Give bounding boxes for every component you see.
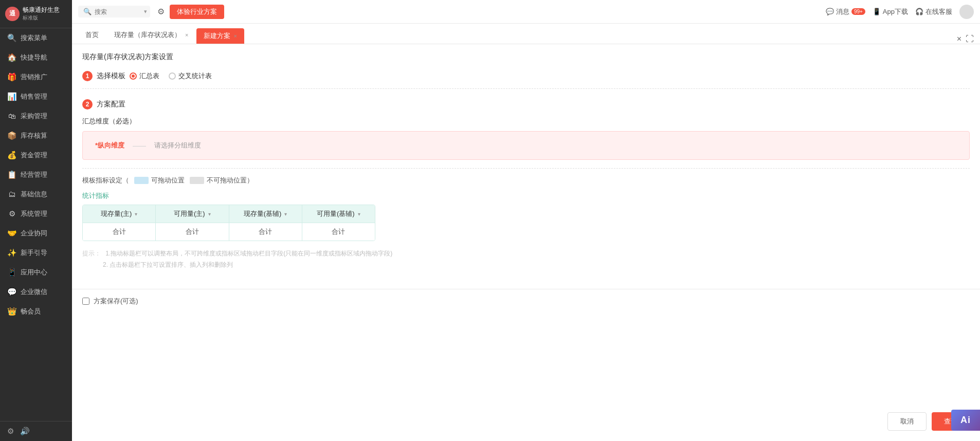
page-title: 现存量(库存状况表)方案设置	[82, 52, 970, 62]
stats-table-header: 现存量(主) ▾ 可用量(主) ▾ 现存量(基辅) ▾ 可用量(基辅)	[83, 205, 375, 223]
sidebar-item-guide[interactable]: ✨ 新手引导	[0, 243, 72, 263]
messages-label: 消息	[836, 7, 849, 16]
dropdown-icon[interactable]: ▾	[144, 8, 147, 15]
sidebar-item-cooperation[interactable]: 🤝 企业协同	[0, 224, 72, 243]
sidebar-item-label: 企业微信	[21, 287, 47, 297]
indicators-label-prefix: 模板指标设定（	[82, 176, 129, 185]
tab-inventory-close[interactable]: ×	[185, 32, 188, 38]
sidebar-item-sales[interactable]: 📊 销售管理	[0, 87, 72, 106]
sidebar-item-shortcut[interactable]: 🏠 快捷导航	[0, 48, 72, 67]
sidebar-item-operation[interactable]: 📋 经营管理	[0, 165, 72, 185]
topbar-gear-icon[interactable]: ⚙	[157, 7, 165, 16]
gift-icon: 🎁	[7, 72, 16, 82]
headset-icon: 🎧	[915, 8, 923, 15]
topbar-search-container: 🔍 ▾	[78, 6, 150, 17]
stats-col-2-header[interactable]: 可用量(主) ▾	[156, 205, 229, 223]
sidebar-item-search[interactable]: 🔍 搜索菜单	[0, 28, 72, 48]
stats-col-3-header[interactable]: 现存量(基辅) ▾	[229, 205, 302, 223]
sidebar-item-appstore[interactable]: 📱 应用中心	[0, 263, 72, 282]
indicator-fixed: 不可拖动位置）	[190, 176, 253, 185]
save-checkbox[interactable]	[82, 298, 89, 305]
stats-col-3-label: 现存量(基辅)	[244, 209, 282, 218]
tab-home-label: 首页	[85, 30, 99, 40]
sidebar-item-finance[interactable]: 💰 资金管理	[0, 145, 72, 165]
settings-icon[interactable]: ⚙	[7, 427, 14, 436]
radio-dot-crosstab	[169, 72, 176, 80]
volume-icon[interactable]: 🔊	[20, 427, 30, 436]
bottom-bar: 方案保存(可选)	[72, 289, 980, 313]
stats-col-2-dropdown[interactable]: ▾	[208, 211, 211, 217]
content-area: 现存量(库存状况表)方案设置 1 选择模板 汇总表 交叉统计表	[72, 44, 980, 441]
search-input[interactable]	[95, 8, 141, 15]
messages-button[interactable]: 💬 消息 99+	[826, 7, 865, 16]
ai-badge[interactable]: Ai	[951, 410, 980, 431]
sidebar-item-purchase[interactable]: 🛍 采购管理	[0, 106, 72, 126]
folder-icon: 🗂	[7, 190, 16, 199]
sidebar-item-wechat[interactable]: 💬 企业微信	[0, 282, 72, 302]
sidebar-item-member[interactable]: 👑 畅会员	[0, 302, 72, 321]
section1-title: 选择模板	[97, 71, 125, 81]
dimension-placeholder[interactable]: 请选择分组维度	[154, 141, 201, 150]
sidebar-item-inventory[interactable]: 📦 库存核算	[0, 126, 72, 145]
search-icon: 🔍	[7, 33, 16, 43]
sidebar-item-label: 新手引导	[21, 248, 47, 258]
cancel-button[interactable]: 取消	[887, 412, 927, 431]
dimension-required-area: *纵向维度 —— 请选择分组维度	[82, 131, 970, 160]
stats-col-2-body: 合计	[156, 223, 229, 241]
app-logo-icon: 通	[5, 7, 20, 21]
tips-section: 提示： 1.拖动标题栏可以调整布局，不可跨维度或指标区域拖动栏目字段(只能在同一…	[82, 248, 970, 270]
tabs-bar: 首页 现存量（库存状况表） × 新建方案 × × ⛶	[72, 24, 980, 44]
sidebar-item-system[interactable]: ⚙ 系统管理	[0, 204, 72, 224]
section1-num: 1	[82, 71, 93, 81]
tab-new-plan[interactable]: 新建方案 ×	[196, 28, 244, 44]
stats-col-2-label: 可用量(主)	[174, 209, 205, 218]
stats-col-1-body: 合计	[83, 223, 156, 241]
dimension-arrow: ——	[133, 142, 146, 150]
radio-crosstab[interactable]: 交叉统计表	[169, 71, 212, 81]
experience-button[interactable]: 体验行业方案	[170, 5, 224, 19]
radio-summary-label: 汇总表	[139, 71, 159, 81]
stats-col-1-dropdown[interactable]: ▾	[135, 211, 137, 217]
indicator-fixed-box	[190, 177, 204, 184]
tab-inventory-status[interactable]: 现存量（库存状况表） ×	[107, 26, 195, 44]
section-select-template: 1 选择模板 汇总表 交叉统计表	[82, 71, 970, 89]
tab-home[interactable]: 首页	[78, 26, 106, 44]
window-close-icon[interactable]: ×	[957, 34, 961, 44]
tips-label: 提示：	[82, 250, 101, 257]
template-indicators: 模板指标设定（ 可拖动位置 不可拖动位置）	[82, 176, 970, 185]
handshake-icon: 🤝	[7, 229, 16, 238]
window-expand-icon[interactable]: ⛶	[966, 34, 974, 44]
money-icon: 💰	[7, 151, 16, 160]
sidebar-item-basic[interactable]: 🗂 基础信息	[0, 185, 72, 204]
online-support-link[interactable]: 🎧 在线客服	[915, 7, 952, 16]
stats-col-3-dropdown[interactable]: ▾	[284, 211, 287, 217]
sidebar-item-marketing[interactable]: 🎁 营销推广	[0, 67, 72, 87]
stats-col-4-dropdown[interactable]: ▾	[358, 211, 360, 217]
template-radio-group: 汇总表 交叉统计表	[130, 71, 212, 81]
crown-icon: 👑	[7, 307, 16, 316]
sidebar-item-label: 营销推广	[21, 72, 47, 82]
sidebar-item-label: 基础信息	[21, 190, 47, 199]
user-avatar[interactable]	[959, 5, 974, 19]
app-logo-text: 畅康通好生意 标准版	[23, 6, 60, 22]
indicator-draggable: 可拖动位置	[134, 176, 185, 185]
download-icon: 📱	[873, 8, 881, 15]
topbar: 🔍 ▾ ⚙ 体验行业方案 💬 消息 99+ 📱 App下载 🎧 在线客服	[72, 0, 980, 24]
stats-col-4-body: 合计	[302, 223, 375, 241]
radio-summary[interactable]: 汇总表	[130, 71, 159, 81]
bag-icon: 🛍	[7, 112, 16, 121]
chart-icon: 📊	[7, 92, 16, 101]
dimension-label: 汇总维度（必选）	[82, 117, 970, 126]
message-icon: 💬	[826, 8, 834, 15]
tab-new-close[interactable]: ×	[233, 33, 237, 39]
stats-col-1-label: 现存量(主)	[101, 209, 132, 218]
sidebar-item-label: 库存核算	[21, 131, 47, 140]
app-download-link[interactable]: 📱 App下载	[873, 7, 908, 16]
stats-col-4-header[interactable]: 可用量(基辅) ▾	[302, 205, 375, 223]
stats-title: 统计指标	[82, 191, 970, 200]
phone-icon: 📱	[7, 268, 16, 277]
sidebar-item-label: 快捷导航	[21, 53, 47, 62]
stats-col-1-header[interactable]: 现存量(主) ▾	[83, 205, 156, 223]
sidebar-item-label: 销售管理	[21, 92, 47, 101]
sidebar-item-label: 系统管理	[21, 209, 47, 218]
